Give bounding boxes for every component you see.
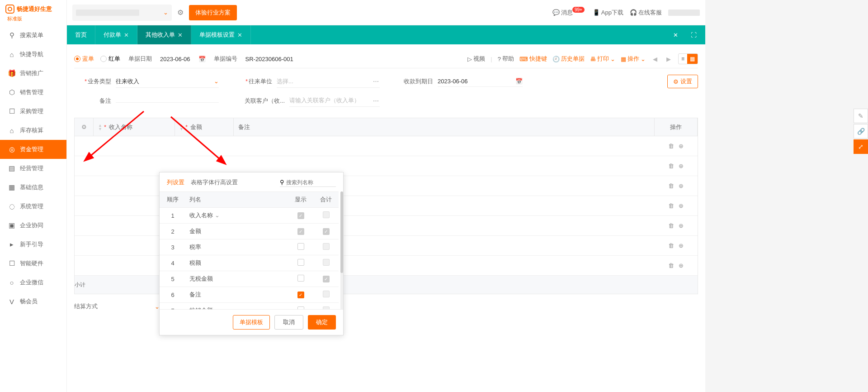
popup-tab-columns[interactable]: 列设置: [167, 178, 184, 186]
copy-icon[interactable]: ⊕: [679, 262, 684, 269]
sidebar-item[interactable]: ○企业微信: [0, 273, 66, 292]
org-selector[interactable]: ⌄: [72, 5, 172, 21]
nav-icon: ⚲: [8, 32, 15, 39]
delete-icon[interactable]: 🗑: [668, 182, 674, 189]
sidebar-item[interactable]: ▸新手引导: [0, 235, 66, 254]
sidebar-item[interactable]: ☐采购管理: [0, 102, 66, 121]
popup-tab-font[interactable]: 表格字体行高设置: [191, 178, 238, 186]
side-tool-1[interactable]: ✎: [854, 109, 868, 123]
col-income-name[interactable]: ▲▼ *收入名称: [94, 118, 175, 136]
sort-icon: ▲▼: [98, 124, 102, 131]
close-icon[interactable]: ✕: [124, 32, 129, 38]
print-link[interactable]: 🖶打印 ⌄: [590, 55, 615, 63]
sidebar-item[interactable]: ⌂库存核算: [0, 121, 66, 140]
col-remark: 备注: [234, 118, 654, 136]
tab-expand[interactable]: ⛶: [685, 27, 702, 43]
sidebar-item[interactable]: ⬡销售管理: [0, 83, 66, 102]
delete-icon[interactable]: 🗑: [668, 242, 674, 249]
sidebar-item[interactable]: ☐智能硬件: [0, 254, 66, 273]
tab[interactable]: 首页: [67, 25, 95, 44]
form-header: 蓝单 红单 单据日期 2023-06-06 📅 单据编号 SR-20230606…: [74, 50, 698, 68]
popup-search[interactable]: ⚲: [280, 178, 336, 187]
messages-link[interactable]: 💬 消息 99+: [552, 9, 586, 17]
nav-label: 销售管理: [20, 88, 43, 96]
gear-icon[interactable]: ⚙: [177, 8, 184, 17]
sidebar-item[interactable]: 🎁营销推广: [0, 64, 66, 83]
checkbox-icon[interactable]: [297, 243, 304, 250]
nav-label: 库存核算: [20, 126, 43, 134]
copy-icon[interactable]: ⊕: [679, 143, 684, 149]
grid-icon: ▦: [621, 56, 626, 62]
table-row[interactable]: 🗑⊕: [75, 136, 698, 156]
date-value[interactable]: 2023-06-06: [160, 56, 190, 62]
close-icon[interactable]: ✕: [178, 32, 183, 38]
sidebar-item[interactable]: ◎资金管理: [0, 140, 66, 159]
sidebar-item[interactable]: ▦基础信息: [0, 178, 66, 197]
copy-icon[interactable]: ⊕: [679, 182, 684, 189]
calendar-icon[interactable]: 📅: [198, 56, 206, 62]
tab-bar: 首页付款单✕其他收入单✕单据模板设置✕ ✕ ⛶: [67, 25, 705, 44]
popup-scrollbar[interactable]: [340, 191, 343, 309]
app-download-link[interactable]: 📱 App下载: [593, 9, 623, 17]
biz-type-select[interactable]: 往来收入 ⌄: [116, 76, 219, 88]
radio-icon: [100, 56, 107, 62]
prev-page[interactable]: ◀: [651, 56, 659, 62]
sidebar-item[interactable]: ⌂快捷导航: [0, 45, 66, 64]
operations-link[interactable]: ▦操作 ⌄: [621, 55, 646, 63]
tab[interactable]: 付款单✕: [95, 25, 137, 44]
grid-settings-icon[interactable]: ⚙: [75, 118, 94, 136]
delete-icon[interactable]: 🗑: [668, 163, 674, 169]
settle-method[interactable]: 结算方式 ⌄: [74, 302, 160, 311]
copy-icon[interactable]: ⊕: [679, 222, 684, 229]
promo-button[interactable]: 体验行业方案: [189, 5, 237, 20]
popup-search-input[interactable]: [286, 179, 336, 186]
side-tool-2[interactable]: 🔗: [854, 124, 868, 139]
sidebar-item[interactable]: V畅会员: [0, 292, 66, 311]
video-link[interactable]: ▷视频: [467, 55, 485, 63]
copy-icon[interactable]: ⊕: [679, 242, 684, 249]
shortcut-link[interactable]: ⌨快捷键: [519, 55, 547, 63]
sort-icon: ▲▼: [179, 124, 184, 131]
sidebar-item[interactable]: ▣企业协同: [0, 216, 66, 235]
radio-red[interactable]: 红单: [100, 55, 120, 63]
delete-icon[interactable]: 🗑: [668, 222, 674, 229]
remark-input[interactable]: [116, 99, 219, 103]
checkbox-icon[interactable]: [297, 306, 304, 309]
nav-label: 企业协同: [20, 221, 43, 229]
view-toggle[interactable]: ≡ ▦: [678, 53, 698, 64]
delete-icon[interactable]: 🗑: [668, 262, 674, 269]
tab[interactable]: 单据模板设置✕: [191, 25, 251, 44]
side-tool-expand[interactable]: ⤢: [854, 139, 868, 154]
chevron-down-icon: ⌄: [215, 212, 220, 219]
checkbox-icon[interactable]: [297, 292, 304, 298]
next-page[interactable]: ▶: [665, 56, 673, 62]
sidebar-item[interactable]: ▤经营管理: [0, 159, 66, 178]
service-link[interactable]: 🎧 在线客服: [630, 9, 662, 17]
due-date-input[interactable]: 2023-06-06 📅: [438, 76, 523, 87]
copy-icon[interactable]: ⊕: [679, 202, 684, 209]
cancel-button[interactable]: 取消: [274, 315, 303, 330]
template-button[interactable]: 单据模板: [233, 315, 270, 330]
confirm-button[interactable]: 确定: [308, 315, 336, 330]
tab-close-all[interactable]: ✕: [667, 27, 684, 43]
col-amount[interactable]: ▲▼ *金额: [175, 118, 234, 136]
sidebar-item[interactable]: ◌系统管理: [0, 197, 66, 216]
checkbox-icon[interactable]: [297, 259, 304, 266]
checkbox-icon[interactable]: [297, 275, 304, 282]
close-icon[interactable]: ✕: [237, 32, 242, 38]
party-select[interactable]: 选择... ⋯: [277, 76, 380, 88]
history-link[interactable]: 🕘历史单据: [552, 55, 585, 63]
copy-icon[interactable]: ⊕: [679, 163, 684, 169]
tab[interactable]: 其他收入单✕: [137, 25, 191, 44]
nav-icon: ▦: [8, 184, 15, 191]
popup-row: 2金额: [160, 224, 339, 239]
sidebar-item[interactable]: ⚲搜索菜单: [0, 26, 66, 45]
delete-icon[interactable]: 🗑: [668, 202, 674, 209]
radio-blue[interactable]: 蓝单: [74, 55, 94, 63]
settings-button[interactable]: ⚙ 设置: [667, 75, 698, 88]
delete-icon[interactable]: 🗑: [668, 143, 674, 149]
rel-customer-input[interactable]: 请输入关联客户（收入单） ⋯: [289, 95, 380, 107]
popup-row: 4税额: [160, 255, 339, 271]
help-link[interactable]: ?帮助: [498, 55, 514, 63]
nav-label: 新手引导: [20, 240, 43, 249]
